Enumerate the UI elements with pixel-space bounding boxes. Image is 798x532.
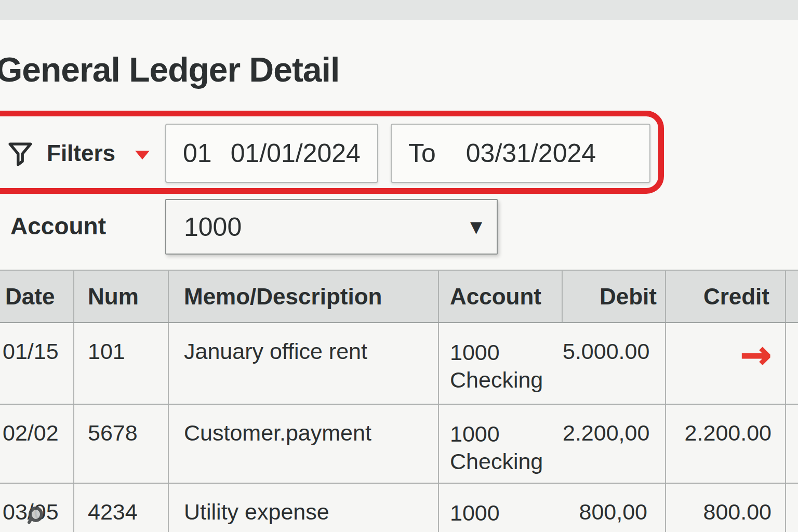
cell-date: 02/02 <box>0 405 74 483</box>
table-row[interactable]: 01/15 101 January office rent 1000 Check… <box>0 323 798 405</box>
cell-credit: → <box>666 323 786 404</box>
cell-memo: January office rent <box>169 323 439 404</box>
filter-funnel-icon <box>7 139 33 169</box>
account-value: 1000 <box>184 212 242 242</box>
column-header-memo: Memo/Description <box>169 271 439 322</box>
date-from-prefix: 01 <box>183 138 212 168</box>
caret-down-icon <box>135 151 150 159</box>
column-header-date: Date <box>0 271 74 322</box>
cell-date: 01/15 <box>0 323 74 404</box>
cell-account: 1000 Checking <box>439 323 563 404</box>
column-header-spacer <box>786 271 798 322</box>
column-header-credit: Credit <box>666 271 786 322</box>
table-header-row: Date Num Memo/Description Account Debit … <box>0 271 798 323</box>
cell-account: 1000 Checking <box>439 405 563 483</box>
table-row[interactable]: 03/05 4234 Utility expense 1000 800,00 8… <box>0 484 798 532</box>
cell-num: 4234 <box>74 484 169 532</box>
date-to-value: 03/31/2024 <box>466 138 596 168</box>
cell-debit: 800,00 <box>563 484 666 532</box>
top-bar <box>0 0 798 20</box>
date-to-prefix: To <box>408 138 436 168</box>
cell-account: 1000 <box>439 484 563 532</box>
cell-debit: 2.200,00 <box>563 405 666 483</box>
cell-num: 5678 <box>74 405 169 483</box>
account-select[interactable]: 1000 ▼ <box>165 199 498 255</box>
cell-debit: 5.000.00 <box>563 323 666 404</box>
column-header-debit: Debit <box>563 271 666 322</box>
cell-credit: 2.200.00 <box>666 405 786 483</box>
column-header-account: Account <box>439 271 563 322</box>
filters-label: Filters <box>47 140 115 166</box>
cell-num: 101 <box>74 323 169 404</box>
account-label: Account <box>10 212 106 240</box>
general-ledger-screen: General Ledger Detail Filters 01 01/01/2… <box>0 0 798 532</box>
filters-button[interactable]: Filters <box>7 137 150 169</box>
page-title: General Ledger Detail <box>0 50 339 89</box>
drill-arrow-icon[interactable]: → <box>740 342 772 368</box>
cursor-artifact <box>29 507 43 522</box>
date-from-field[interactable]: 01 01/01/2024 <box>165 124 378 183</box>
table-row[interactable]: 02/02 5678 Customer.payment 1000 Checkin… <box>0 405 798 484</box>
date-to-field[interactable]: To 03/31/2024 <box>391 124 650 183</box>
chevron-down-icon: ▼ <box>470 218 482 236</box>
cell-memo: Customer.payment <box>169 405 439 483</box>
column-header-num: Num <box>74 271 169 322</box>
ledger-table: Date Num Memo/Description Account Debit … <box>0 270 798 532</box>
date-from-value: 01/01/2024 <box>231 138 361 168</box>
cell-memo: Utility expense <box>169 484 439 532</box>
cell-credit: 800.00 <box>666 484 786 532</box>
